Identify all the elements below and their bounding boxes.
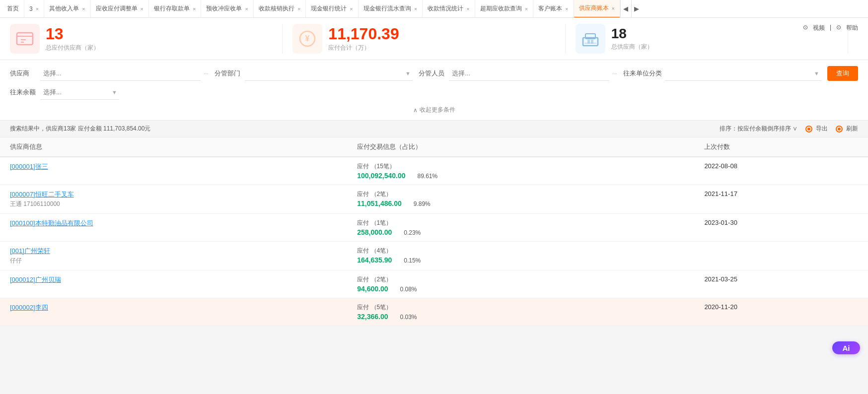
balance-select-wrap[interactable]: ▼ bbox=[40, 85, 119, 100]
supplier-input[interactable] bbox=[40, 66, 201, 81]
tab-cash-stats-close[interactable]: × bbox=[350, 6, 353, 12]
refresh-button[interactable]: 刷新 bbox=[836, 125, 858, 133]
ap-amount: 11,051,486.00 bbox=[357, 199, 402, 207]
person-input[interactable] bbox=[449, 66, 609, 81]
category-select-wrap[interactable]: ▼ bbox=[665, 66, 822, 81]
collapse-button[interactable]: ∧ 收起更多条件 bbox=[10, 104, 858, 116]
last-pay-cell: 2021-11-17 bbox=[694, 185, 868, 214]
tab-overdue-label: 超期应收款查询 bbox=[480, 4, 522, 13]
table-row: [000001]张三应付 （15笔）100,092,540.0089.61%20… bbox=[0, 157, 868, 185]
tab-collection-close[interactable]: × bbox=[297, 6, 300, 12]
sort-arrow-icon: ∨ bbox=[793, 125, 797, 132]
tab-bank-label: 银行存取款单 bbox=[154, 4, 190, 13]
supplier-link[interactable]: [000007]恒旺二手叉车 bbox=[10, 191, 74, 198]
svg-rect-10 bbox=[584, 43, 596, 44]
video-link[interactable]: 视频 bbox=[813, 24, 825, 32]
top-right-links: ⊙ 视频 | ⊙ 帮助 bbox=[803, 24, 858, 32]
tab-customer-ledger-close[interactable]: × bbox=[565, 6, 568, 12]
tab-adjustment-close[interactable]: × bbox=[141, 6, 144, 12]
payable-amount-label: 应付合计（万） bbox=[328, 44, 399, 52]
query-button[interactable]: 查询 bbox=[827, 66, 858, 81]
supplier-info-cell: [001]广州荣轩仔仔 bbox=[0, 242, 347, 270]
payable-amount-icon: ¥ bbox=[292, 24, 322, 54]
supplier-filter-label: 供应商 bbox=[10, 69, 37, 78]
tab-overdue-close[interactable]: × bbox=[525, 6, 528, 12]
export-button[interactable]: 导出 bbox=[805, 125, 828, 133]
supplier-link[interactable]: [000001]张三 bbox=[10, 163, 48, 170]
tab-customer-ledger[interactable]: 客户账本 × bbox=[533, 0, 574, 18]
balance-filter-label: 往来余额 bbox=[10, 88, 37, 97]
ap-count: 应付 （1笔） bbox=[357, 219, 684, 227]
tab-advance[interactable]: 预收冲应收单 × bbox=[201, 0, 253, 18]
ap-amount: 100,092,540.00 bbox=[357, 172, 405, 180]
tab-cash-flow[interactable]: 现金银行流水查询 × bbox=[359, 0, 423, 18]
ap-count: 应付 （2笔） bbox=[357, 190, 684, 198]
tab-3-close[interactable]: × bbox=[36, 6, 39, 12]
tab-supplier-ledger[interactable]: 供应商账本 × bbox=[574, 0, 620, 18]
tab-supplier-ledger-label: 供应商账本 bbox=[579, 4, 609, 12]
last-pay-cell: 2022-08-08 bbox=[694, 157, 868, 185]
ap-percent: 0.23% bbox=[404, 229, 421, 236]
dept-input[interactable] bbox=[245, 69, 413, 77]
tab-home[interactable]: 首页 bbox=[2, 0, 24, 18]
filter-dept: 分管部门 ▼ bbox=[215, 66, 413, 81]
collapse-text: 收起更多条件 bbox=[420, 106, 455, 114]
payable-amount-num: 11,170.39 bbox=[328, 25, 399, 43]
tab-cash-stats[interactable]: 现金银行统计 × bbox=[306, 0, 358, 18]
tab-advance-close[interactable]: × bbox=[245, 6, 248, 12]
tab-other-income[interactable]: 其他收入单 × bbox=[44, 0, 90, 18]
filter-area: 供应商 ··· 分管部门 ▼ 分管人员 ··· 往来单位分类 ▼ 查询 往来 bbox=[0, 60, 868, 121]
ap-info-cell: 应付 （4笔）164,635.900.15% bbox=[347, 242, 694, 270]
ap-count: 应付 （5笔） bbox=[357, 303, 684, 312]
last-pay-cell: 2023-01-30 bbox=[694, 214, 868, 242]
nav-arrow-right[interactable]: ▶ bbox=[631, 0, 642, 18]
sort-label[interactable]: 排序：按应付余额倒序排序 ∨ bbox=[720, 125, 797, 133]
svg-rect-0 bbox=[17, 33, 33, 45]
total-suppliers-label: 总供应商（家） bbox=[611, 43, 653, 51]
table-row: [000012]广州贝瑞应付 （2笔）94,600.000.08%2021-03… bbox=[0, 270, 868, 298]
supplier-link[interactable]: [000012]广州贝瑞 bbox=[10, 276, 61, 283]
th-ap-info: 应付交易信息（占比） bbox=[347, 137, 694, 157]
tab-bank-close[interactable]: × bbox=[193, 6, 196, 12]
tab-bank[interactable]: 银行存取款单 × bbox=[149, 0, 201, 18]
tab-adjustment[interactable]: 应收应付调整单 × bbox=[91, 0, 149, 18]
tab-receipt-stats-close[interactable]: × bbox=[466, 6, 469, 12]
nav-arrow-left[interactable]: ◀ bbox=[620, 0, 631, 18]
top-navigation: 首页 3 × 其他收入单 × 应收应付调整单 × 银行存取款单 × 预收冲应收单… bbox=[0, 0, 868, 18]
ap-info-cell: 应付 （2笔）94,600.000.08% bbox=[347, 270, 694, 298]
tab-supplier-ledger-close[interactable]: × bbox=[612, 5, 615, 11]
tab-overdue[interactable]: 超期应收款查询 × bbox=[475, 0, 533, 18]
supplier-link[interactable]: [000100]本特勤油品有限公司 bbox=[10, 219, 93, 227]
balance-input[interactable] bbox=[40, 88, 119, 96]
tab-3[interactable]: 3 × bbox=[24, 0, 44, 18]
table-header-row: 供应商信息 应付交易信息（占比） 上次付数 bbox=[0, 137, 868, 157]
ap-amount: 164,635.90 bbox=[357, 256, 392, 264]
dept-select-wrap[interactable]: ▼ bbox=[245, 66, 413, 81]
supplier-link[interactable]: [000002]李四 bbox=[10, 304, 48, 311]
tab-cash-flow-close[interactable]: × bbox=[414, 6, 417, 12]
ap-percent: 0.15% bbox=[404, 257, 421, 264]
help-link[interactable]: 帮助 bbox=[846, 24, 858, 32]
tab-receipt-stats[interactable]: 收款情况统计 × bbox=[423, 0, 475, 18]
total-suppliers-text: 18 总供应商（家） bbox=[611, 26, 653, 51]
supplier-link[interactable]: [001]广州荣轩 bbox=[10, 247, 50, 255]
refresh-label: 刷新 bbox=[846, 125, 858, 133]
tab-collection[interactable]: 收款核销执行 × bbox=[254, 0, 306, 18]
result-summary-text: 搜索结果中，供应商13家 应付金额 111,703,854.00元 bbox=[10, 125, 150, 132]
payable-amount-text: 11,170.39 应付合计（万） bbox=[328, 25, 399, 52]
payable-suppliers-text: 13 总应付供应商（家） bbox=[46, 25, 99, 52]
total-suppliers-icon bbox=[576, 24, 605, 54]
balance-arrow-icon: ▼ bbox=[112, 89, 117, 95]
supplier-info-cell: [000001]张三 bbox=[0, 157, 347, 185]
video-icon: ⊙ bbox=[803, 24, 808, 32]
export-radio-icon bbox=[805, 126, 812, 132]
last-pay-cell: 2020-11-20 bbox=[694, 298, 868, 326]
category-input[interactable] bbox=[665, 69, 822, 77]
supplier-info-cell: [000007]恒旺二手叉车王通 17106110000 bbox=[0, 185, 347, 214]
th-supplier-info: 供应商信息 bbox=[0, 137, 347, 157]
tab-other-income-close[interactable]: × bbox=[82, 6, 85, 12]
ap-percent: 0.03% bbox=[400, 314, 417, 321]
category-arrow-icon: ▼ bbox=[814, 70, 819, 76]
tab-home-label: 首页 bbox=[7, 4, 19, 13]
ap-amount: 258,000.00 bbox=[357, 228, 392, 236]
